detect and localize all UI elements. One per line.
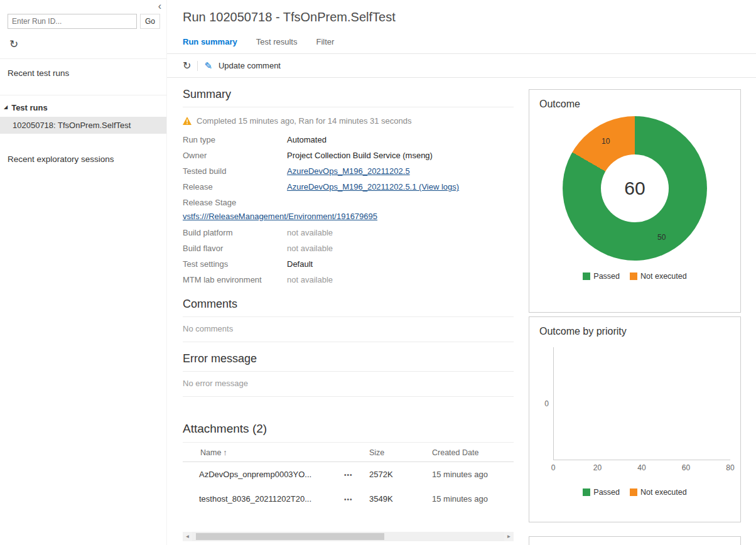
scroll-left-icon[interactable]: ◄ — [183, 532, 192, 541]
warning-icon — [183, 117, 192, 125]
content-area: Summary Completed 15 minutes ago, Ran fo… — [167, 78, 756, 545]
attachments-heading: Attachments (2) — [183, 412, 514, 443]
sort-ascending-icon: ↑ — [223, 448, 227, 457]
priority-chart-title: Outcome by priority — [529, 317, 740, 337]
tab-run-summary[interactable]: Run summary — [183, 37, 237, 46]
field-label-run-type: Run type — [183, 134, 287, 145]
field-label-test-settings: Test settings — [183, 259, 287, 269]
attachment-row[interactable]: testhost_8036_20211202T20... ••• 3549K 1… — [183, 487, 514, 511]
donut-center-total: 60 — [601, 154, 669, 222]
attachment-row[interactable]: AzDevOps_onpremp0003YO... ••• 2572K 15 m… — [183, 462, 514, 487]
attachment-name[interactable]: testhost_8036_20211202T20... — [183, 494, 344, 504]
field-label-release: Release — [183, 181, 287, 192]
comments-heading: Comments — [183, 288, 514, 317]
field-label-tested-build: Tested build — [183, 166, 287, 176]
legend-swatch-not-executed — [630, 272, 637, 280]
attachments-table: Name↑ Size Created Date AzDevOps_onpremp… — [183, 443, 514, 511]
divider — [0, 95, 166, 95]
refresh-icon[interactable]: ↻ — [183, 60, 191, 72]
attachment-created: 15 minutes ago — [432, 494, 514, 504]
app-root: ‹ Go ↻ Recent test runs ◢ Test runs 1020… — [0, 0, 756, 545]
attachment-size: 2572K — [369, 470, 432, 479]
run-tree-item-selected[interactable]: 102050718: TfsOnPrem.SelfTest — [0, 117, 166, 134]
x-tick: 20 — [593, 463, 602, 472]
field-value-build-flavor: not available — [287, 243, 333, 254]
legend-swatch-passed — [583, 272, 590, 280]
horizontal-scrollbar[interactable]: ◄ ► — [183, 532, 514, 541]
attachment-name[interactable]: AzDevOps_onpremp0003YO... — [183, 470, 344, 479]
scrollbar-track[interactable] — [192, 532, 504, 541]
page-title: Run 102050718 - TfsOnPrem.SelfTest — [183, 10, 756, 24]
collapse-panel-icon[interactable]: ‹ — [158, 1, 161, 11]
main-pane: Run 102050718 - TfsOnPrem.SelfTest Run s… — [167, 0, 756, 545]
tabs-bar: Run summary Test results Filter — [167, 24, 756, 54]
field-value-test-settings: Default — [287, 259, 313, 269]
column-header-created[interactable]: Created Date — [432, 448, 514, 457]
toolbar: ↻ ✎ Update comment — [167, 54, 756, 78]
field-value-mtm-lab: not available — [287, 274, 333, 285]
run-id-input[interactable] — [8, 14, 137, 29]
field-label-owner: Owner — [183, 150, 287, 161]
attachment-size: 3549K — [369, 494, 432, 504]
legend-item-not-executed: Not executed — [630, 488, 687, 497]
run-status-line: Completed 15 minutes ago, Ran for 14 min… — [183, 107, 514, 132]
column-header-name[interactable]: Name↑ — [183, 448, 344, 457]
release-link[interactable]: AzureDevOps_M196_20211202.5.1 (View logs… — [287, 181, 459, 192]
field-label-mtm-lab: MTM lab environment — [183, 274, 287, 285]
legend-item-not-executed: Not executed — [630, 272, 687, 281]
tab-filter[interactable]: Filter — [316, 37, 334, 46]
outcome-card: Outcome 10 50 60 Passed Not executed — [529, 89, 741, 313]
legend-swatch-passed — [583, 488, 590, 496]
error-message-body: No error message — [183, 372, 514, 397]
outcome-legend: Passed Not executed — [529, 272, 740, 281]
attachment-created: 15 minutes ago — [432, 470, 514, 479]
next-card-partial — [529, 536, 741, 545]
test-runs-label: Test runs — [11, 103, 48, 112]
more-options-icon[interactable]: ••• — [344, 472, 353, 478]
run-summary-section: Summary Completed 15 minutes ago, Ran fo… — [183, 78, 514, 545]
go-button[interactable]: Go — [140, 14, 160, 29]
x-tick: 40 — [637, 463, 645, 472]
priority-legend: Passed Not executed — [529, 488, 740, 497]
summary-fields: Run typeAutomated OwnerProject Collectio… — [183, 132, 514, 288]
x-axis-ticks: 0 20 40 60 80 — [553, 460, 730, 472]
tested-build-link[interactable]: AzureDevOps_M196_20211202.5 — [287, 166, 410, 176]
run-id-search: Go — [8, 14, 160, 29]
x-tick: 60 — [682, 463, 690, 472]
recent-test-runs-link[interactable]: Recent test runs — [0, 59, 166, 87]
outcome-chart-title: Outcome — [529, 90, 740, 110]
tab-test-results[interactable]: Test results — [256, 37, 298, 46]
priority-bar-chart: 0 0 20 40 60 — [539, 347, 730, 472]
test-runs-tree-node[interactable]: ◢ Test runs — [0, 98, 166, 117]
field-label-build-platform: Build platform — [183, 227, 287, 238]
run-status-text: Completed 15 minutes ago, Ran for 14 min… — [197, 116, 412, 126]
legend-item-passed: Passed — [583, 488, 620, 497]
x-tick: 80 — [726, 463, 734, 472]
update-comment-button[interactable]: Update comment — [219, 61, 281, 70]
refresh-icon[interactable]: ↻ — [9, 38, 18, 51]
outcome-by-priority-card: Outcome by priority 0 — [529, 316, 741, 522]
field-value-owner: Project Collection Build Service (mseng) — [287, 150, 433, 161]
release-stage-link[interactable]: vstfs:///ReleaseManagement/Environment/1… — [183, 212, 377, 221]
scroll-right-icon[interactable]: ► — [504, 532, 514, 541]
field-value-run-type: Automated — [287, 134, 327, 145]
bar-plot-area — [553, 347, 730, 460]
toolbar-divider — [197, 61, 198, 71]
field-label-release-stage: Release Stage — [183, 197, 287, 208]
tree-expanded-icon: ◢ — [4, 104, 8, 110]
edit-pencil-icon: ✎ — [204, 60, 212, 72]
legend-swatch-not-executed — [630, 488, 637, 496]
legend-item-passed: Passed — [583, 272, 620, 281]
recent-exploratory-sessions-link[interactable]: Recent exploratory sessions — [0, 145, 166, 173]
scrollbar-thumb[interactable] — [196, 533, 384, 540]
sidebar: ‹ Go ↻ Recent test runs ◢ Test runs 1020… — [0, 0, 167, 545]
y-axis-category-label: 0 — [539, 347, 553, 460]
more-options-icon[interactable]: ••• — [344, 496, 353, 503]
column-header-size[interactable]: Size — [369, 448, 432, 457]
x-tick: 0 — [551, 463, 556, 472]
error-message-heading: Error message — [183, 342, 514, 372]
slice-value-not-executed: 10 — [602, 137, 610, 146]
slice-value-passed: 50 — [657, 233, 666, 242]
comments-body: No comments — [183, 317, 514, 342]
field-label-build-flavor: Build flavor — [183, 243, 287, 254]
